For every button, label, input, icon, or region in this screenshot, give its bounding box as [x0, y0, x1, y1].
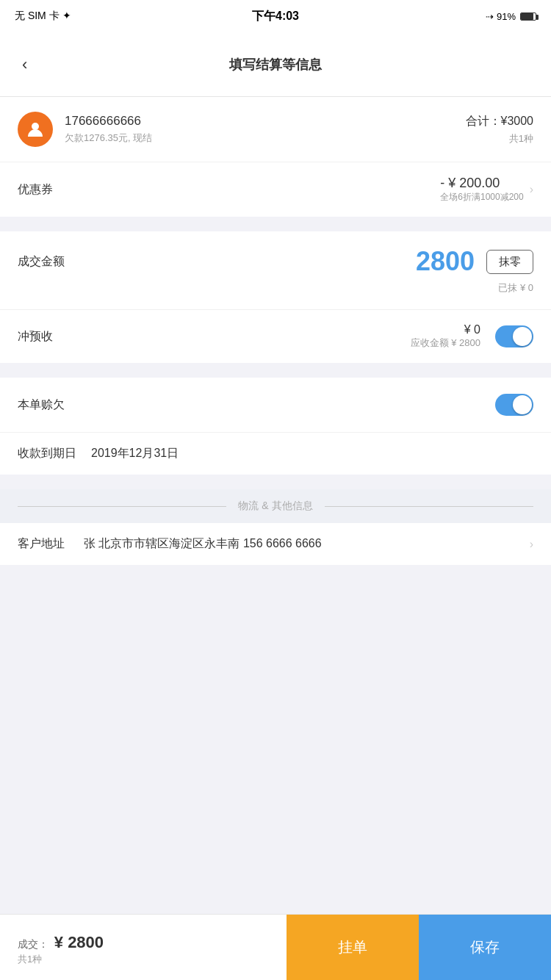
- status-bar: 无 SIM 卡 ✦ 下午4:03 ⇢ 91%: [0, 0, 551, 32]
- toggle-knob: [513, 327, 532, 346]
- address-label: 客户地址: [18, 536, 69, 552]
- page-title: 填写结算等信息: [229, 56, 322, 73]
- deal-main-row: 成交金额 2800 抹零: [18, 246, 533, 277]
- status-bar-right: ⇢ 91%: [486, 11, 536, 22]
- customer-right: 合计：¥3000 共1种: [466, 114, 534, 145]
- empty-space: [0, 572, 551, 690]
- prereceive-label: 冲预收: [18, 329, 53, 345]
- coupon-right: - ¥ 200.00 全场6折满1000减200 ›: [440, 176, 533, 203]
- header: ‹ 填写结算等信息: [0, 32, 551, 97]
- deal-section: 成交金额 2800 抹零 已抹 ¥ 0 冲预收 ¥ 0 应收金额 ¥ 2800: [0, 231, 551, 363]
- customer-row: 17666666666 欠款1276.35元, 现结 合计：¥3000 共1种: [0, 97, 551, 162]
- deal-sub-text: 已抹 ¥ 0: [18, 281, 533, 295]
- separator-3: [0, 482, 551, 489]
- customer-sub-info: 欠款1276.35元, 现结: [65, 131, 152, 145]
- address-chevron-icon: ›: [530, 538, 533, 551]
- avatar: [18, 112, 53, 147]
- customer-section: 17666666666 欠款1276.35元, 现结 合计：¥3000 共1种 …: [0, 97, 551, 217]
- status-bar-left: 无 SIM 卡 ✦: [15, 10, 71, 23]
- battery-icon: ⇢: [486, 11, 494, 22]
- debit-label: 本单赊欠: [18, 397, 65, 413]
- debit-row: 本单赊欠: [0, 378, 551, 432]
- bottom-summary: 成交： ¥ 2800 共1种: [0, 929, 287, 966]
- sim-status: 无 SIM 卡 ✦: [15, 10, 71, 23]
- bottom-bar: 成交： ¥ 2800 共1种 挂单 保存: [0, 914, 551, 980]
- debit-toggle-knob: [513, 395, 532, 414]
- duedate-label: 收款到期日: [18, 446, 76, 461]
- separator-1: [0, 224, 551, 231]
- coupon-label: 优惠券: [18, 182, 53, 198]
- total-amount: 合计：¥3000: [466, 114, 534, 129]
- duedate-row: 收款到期日 2019年12月31日: [0, 432, 551, 475]
- prereceive-right: ¥ 0 应收金额 ¥ 2800: [411, 323, 533, 350]
- prereceive-receivable: 应收金额 ¥ 2800: [411, 336, 480, 350]
- deal-value: 2800: [416, 246, 475, 277]
- bottom-count: 共1种: [18, 953, 269, 966]
- coupon-desc: 全场6折满1000减200: [440, 191, 523, 203]
- divider-line-right: [325, 506, 533, 507]
- round-button[interactable]: 抹零: [486, 250, 533, 274]
- duedate-value: 2019年12月31日: [91, 446, 179, 461]
- customer-left: 17666666666 欠款1276.35元, 现结: [18, 112, 152, 147]
- total-label: 合计：: [466, 115, 501, 127]
- divider-text: 物流 & 其他信息: [238, 500, 312, 513]
- battery-level: 91%: [497, 11, 516, 22]
- customer-info: 17666666666 欠款1276.35元, 现结: [65, 114, 152, 145]
- coupon-amount: - ¥ 200.00: [440, 176, 523, 191]
- address-value: 张 北京市市辖区海淀区永丰南 156 6666 6666: [84, 536, 530, 552]
- bottom-deal-label: 成交：: [18, 938, 48, 950]
- prereceive-amount: ¥ 0: [411, 323, 480, 336]
- total-count: 共1种: [466, 132, 534, 145]
- total-value: ¥3000: [501, 115, 534, 127]
- customer-phone: 17666666666: [65, 114, 152, 129]
- address-section: 客户地址 张 北京市市辖区海淀区永丰南 156 6666 6666 ›: [0, 523, 551, 565]
- debit-section: 本单赊欠 收款到期日 2019年12月31日: [0, 378, 551, 475]
- debit-toggle[interactable]: [495, 394, 533, 416]
- coupon-row[interactable]: 优惠券 - ¥ 200.00 全场6折满1000减200 ›: [0, 162, 551, 217]
- chevron-right-icon: ›: [530, 183, 533, 196]
- prereceive-values: ¥ 0 应收金额 ¥ 2800: [411, 323, 480, 350]
- deal-right: 2800 抹零: [416, 246, 533, 277]
- deal-amount-label: 成交金额: [18, 254, 65, 270]
- section-divider: 物流 & 其他信息: [0, 489, 551, 523]
- prereceive-row: 冲预收 ¥ 0 应收金额 ¥ 2800: [0, 309, 551, 363]
- back-button[interactable]: ‹: [15, 48, 35, 82]
- bottom-deal-amount: ¥ 2800: [54, 933, 104, 951]
- svg-point-0: [32, 123, 39, 130]
- pending-button[interactable]: 挂单: [287, 915, 419, 981]
- battery-bar: [520, 12, 536, 21]
- status-bar-time: 下午4:03: [252, 9, 299, 24]
- save-button[interactable]: 保存: [419, 915, 551, 981]
- divider-line-left: [18, 506, 226, 507]
- deal-amount-row: 成交金额 2800 抹零 已抹 ¥ 0: [0, 231, 551, 309]
- separator-2: [0, 370, 551, 378]
- address-row[interactable]: 客户地址 张 北京市市辖区海淀区永丰南 156 6666 6666 ›: [0, 523, 551, 565]
- prereceive-toggle[interactable]: [495, 325, 533, 347]
